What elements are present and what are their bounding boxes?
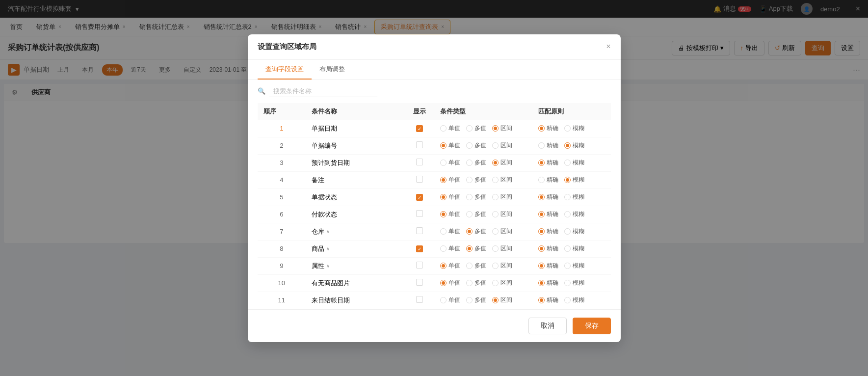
match-radio-精确[interactable]: 精确 [538, 159, 558, 167]
radio-circle [564, 194, 571, 200]
type-radio-区间[interactable]: 区间 [492, 244, 512, 247]
type-radio-单值[interactable]: 单值 [440, 244, 460, 247]
table-row: 6 付款状态 单值 多值 区间 精确 模糊 [258, 206, 611, 223]
type-radio-多值[interactable]: 多值 [466, 193, 486, 201]
radio-circle [538, 194, 545, 200]
match-radio-模糊[interactable]: 模糊 [564, 124, 584, 133]
row-display[interactable] [405, 206, 434, 223]
radio-circle [564, 245, 571, 247]
match-radio-精确[interactable]: 精确 [538, 124, 558, 133]
row-match: 精确 模糊 [532, 137, 611, 154]
col-type: 条件类型 [434, 103, 532, 120]
row-type: 单值 多值 区间 [434, 188, 532, 206]
type-radio-区间[interactable]: 区间 [492, 124, 512, 133]
row-order: 4 [258, 171, 306, 188]
type-radio-多值[interactable]: 多值 [466, 159, 486, 167]
modal-search-area: 🔍 [248, 80, 621, 103]
radio-circle [492, 211, 499, 217]
row-display[interactable] [405, 137, 434, 154]
row-display[interactable]: ✓ [405, 188, 434, 206]
modal-tab-query-fields[interactable]: 查询字段设置 [258, 60, 312, 80]
row-name: 商品 ∨ [306, 240, 404, 247]
type-radio-多值[interactable]: 多值 [466, 141, 486, 150]
type-radio-区间[interactable]: 区间 [492, 210, 512, 218]
match-radio-精确[interactable]: 精确 [538, 210, 558, 218]
checkbox[interactable] [416, 176, 423, 183]
table-row: 2 单据编号 单值 多值 区间 精确 模糊 [258, 137, 611, 154]
match-radio-模糊[interactable]: 模糊 [564, 176, 584, 184]
row-order: 6 [258, 206, 306, 223]
checkbox[interactable] [416, 210, 423, 217]
match-radio-模糊[interactable]: 模糊 [564, 159, 584, 167]
type-radio-单值[interactable]: 单值 [440, 227, 460, 236]
row-display[interactable] [405, 223, 434, 240]
modal-tab-layout[interactable]: 布局调整 [312, 60, 353, 80]
type-radio-区间[interactable]: 区间 [492, 227, 512, 236]
type-radio-单值[interactable]: 单值 [440, 159, 460, 167]
row-name: 仓库 ∨ [306, 223, 404, 240]
radio-circle [466, 177, 473, 183]
row-type: 单值 多值 区间 [434, 206, 532, 223]
match-radio-精确[interactable]: 精确 [538, 227, 558, 236]
radio-circle [492, 245, 499, 247]
match-radio-模糊[interactable]: 模糊 [564, 141, 584, 150]
type-radio-单值[interactable]: 单值 [440, 141, 460, 150]
radio-circle [492, 194, 499, 200]
match-radio-模糊[interactable]: 模糊 [564, 193, 584, 201]
checkbox[interactable]: ✓ [416, 125, 423, 132]
type-radio-单值[interactable]: 单值 [440, 193, 460, 201]
row-order: 7 [258, 223, 306, 240]
match-radio-精确[interactable]: 精确 [538, 193, 558, 201]
row-display[interactable]: ✓ [405, 120, 434, 137]
radio-circle [538, 245, 545, 247]
radio-circle [440, 160, 447, 166]
radio-circle [492, 142, 499, 149]
type-radio-区间[interactable]: 区间 [492, 193, 512, 201]
row-display[interactable] [405, 154, 434, 171]
row-order: 3 [258, 154, 306, 171]
radio-circle [538, 125, 545, 132]
match-radio-精确[interactable]: 精确 [538, 176, 558, 184]
row-match: 精确 模糊 [532, 171, 611, 188]
checkbox[interactable] [416, 141, 423, 148]
checkbox[interactable] [416, 159, 423, 165]
type-radio-多值[interactable]: 多值 [466, 210, 486, 218]
radio-circle [466, 160, 473, 166]
type-radio-区间[interactable]: 区间 [492, 141, 512, 150]
type-radio-单值[interactable]: 单值 [440, 124, 460, 133]
match-radio-模糊[interactable]: 模糊 [564, 210, 584, 218]
match-radio-模糊[interactable]: 模糊 [564, 244, 584, 247]
type-radio-多值[interactable]: 多值 [466, 244, 486, 247]
row-order: 5 [258, 188, 306, 206]
modal-header: 设置查询区域布局 × [248, 34, 621, 60]
type-radio-单值[interactable]: 单值 [440, 176, 460, 184]
dropdown-arrow-icon: ∨ [326, 229, 330, 234]
radio-circle [440, 125, 447, 132]
modal-close-button[interactable]: × [606, 42, 610, 51]
radio-circle [466, 228, 473, 235]
type-radio-多值[interactable]: 多值 [466, 124, 486, 133]
row-match: 精确 模糊 [532, 206, 611, 223]
type-radio-多值[interactable]: 多值 [466, 227, 486, 236]
dropdown-arrow-icon: ∨ [326, 246, 330, 247]
radio-circle [466, 142, 473, 149]
checkbox[interactable] [416, 227, 423, 234]
row-order: 1 [258, 120, 306, 137]
match-radio-精确[interactable]: 精确 [538, 244, 558, 247]
match-radio-精确[interactable]: 精确 [538, 141, 558, 150]
row-order: 2 [258, 137, 306, 154]
row-display[interactable]: ✓ [405, 240, 434, 247]
table-row: 1 单据日期 ✓ 单值 多值 区间 精确 模糊 [258, 120, 611, 137]
radio-circle [466, 211, 473, 217]
checkbox[interactable]: ✓ [416, 245, 423, 247]
type-radio-多值[interactable]: 多值 [466, 176, 486, 184]
table-row: 4 备注 单值 多值 区间 精确 模糊 [258, 171, 611, 188]
type-radio-区间[interactable]: 区间 [492, 176, 512, 184]
type-radio-区间[interactable]: 区间 [492, 159, 512, 167]
row-match: 精确 模糊 [532, 154, 611, 171]
type-radio-单值[interactable]: 单值 [440, 210, 460, 218]
checkbox[interactable]: ✓ [416, 194, 423, 201]
match-radio-模糊[interactable]: 模糊 [564, 227, 584, 236]
search-input[interactable] [269, 85, 377, 97]
row-display[interactable] [405, 171, 434, 188]
